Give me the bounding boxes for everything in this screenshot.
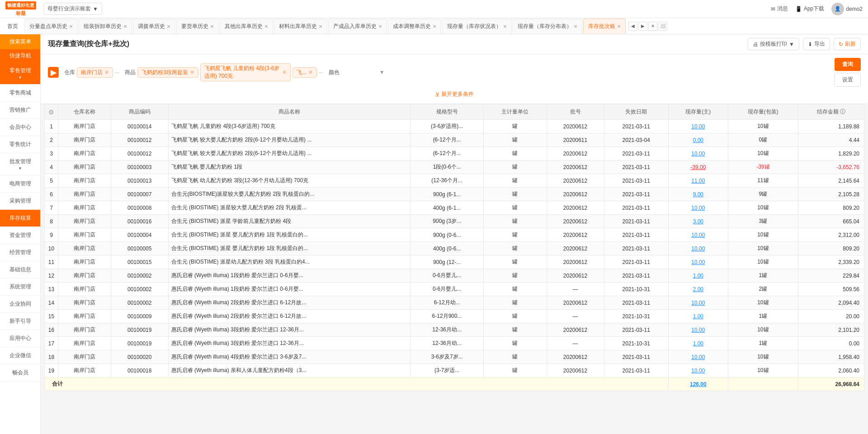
cell-qty-main[interactable]: 1.00 (668, 310, 728, 323)
tab-close-icon[interactable]: ✕ (433, 24, 436, 29)
goods-tag-2-remove[interactable]: ✕ (282, 69, 287, 75)
tab-close-icon[interactable]: ✕ (617, 24, 621, 29)
cell-qty-main[interactable]: 10.00 (668, 242, 728, 255)
sidebar-item-retail-stats[interactable]: 零售统计 (0, 136, 40, 153)
sidebar-item-system[interactable]: 系统管理 (0, 278, 40, 296)
tab-close-icon[interactable]: ✕ (378, 24, 382, 29)
filter-dots[interactable]: ··· (115, 69, 119, 75)
tab-chengpin[interactable]: 产成品入库单历史 ✕ (328, 19, 387, 34)
cell-no: 9 (45, 228, 58, 242)
tab-chenben[interactable]: 成本调整单历史 ✕ (388, 19, 441, 34)
cell-qty-main[interactable]: 10.00 (668, 364, 728, 377)
tab-xiancun1[interactable]: 现存量（库存状况表） ✕ (442, 19, 512, 34)
sidebar-item-purchase[interactable]: 采购管理 (0, 193, 40, 210)
app-download-button[interactable]: 📱 App下载 (795, 5, 824, 13)
expand-more-button[interactable]: ⊻ 展开更多条件 (48, 89, 861, 100)
cell-qty-main[interactable]: 9.00 (668, 188, 728, 201)
logo-subtitle: 标题 (16, 10, 26, 17)
sidebar-item-operations[interactable]: 经营管理 (0, 244, 40, 261)
cell-name: 惠氏启睿 (Wyeth illuma) 1段奶粉 爱尔兰进口 0-6月婴... (168, 269, 410, 283)
cell-qty-main[interactable]: 10.00 (668, 147, 728, 160)
sidebar-item-guide[interactable]: 新手引导 (0, 313, 40, 330)
tab-close-icon[interactable]: ✕ (319, 24, 322, 29)
cell-qty-main[interactable]: 10.00 (668, 228, 728, 242)
sidebar-item-members[interactable]: 会员中心 (0, 119, 40, 136)
warehouse-tag-remove[interactable]: ✕ (104, 69, 109, 75)
export-button[interactable]: ⬇ 导出 (803, 38, 830, 50)
goods-filter-dots[interactable]: ··· (319, 69, 323, 75)
sidebar-item-apps[interactable]: 应用中心 (0, 330, 40, 347)
cell-qty-main[interactable]: 10.00 (668, 296, 728, 310)
settings-icon[interactable]: ⚙ (48, 108, 54, 116)
tab-close-icon[interactable]: ✕ (69, 24, 73, 29)
cell-qty-main[interactable]: 11.00 (668, 174, 728, 188)
tab-close-all-button[interactable]: ✕ (648, 22, 657, 31)
cell-unit: 罐 (483, 296, 547, 310)
cell-spec: 400g (6-1... (410, 201, 483, 215)
cell-qty-main[interactable]: 1.00 (668, 269, 728, 283)
sidebar-item-wechat[interactable]: 企业微信 (0, 347, 40, 364)
cell-warehouse: 南岸门店 (58, 188, 111, 201)
tab-kupicizhi[interactable]: 库存批次账 ✕ (583, 19, 626, 34)
sidebar-item-retail-mall[interactable]: 零售商城 (0, 85, 40, 102)
cell-amount: 2,312.00 (798, 228, 864, 242)
goods-tag-1[interactable]: 飞鹤奶粉3段两提装 ✕ (137, 67, 198, 78)
account-dropdown[interactable]: 母婴行业演示账套 ▼ (43, 3, 102, 15)
message-button[interactable]: ✉ 消息 (771, 5, 788, 13)
refresh-button[interactable]: ↻ 刷新 (834, 38, 861, 50)
cell-qty-main[interactable]: 3.00 (668, 215, 728, 228)
sidebar-item-wholesale[interactable]: 批发管理 ▼ (0, 153, 40, 175)
cell-qty-main[interactable]: 10.00 (668, 350, 728, 364)
download-icon: 📱 (795, 6, 802, 12)
cell-qty-pkg: 10罐 (728, 350, 798, 364)
tab-maximize-button[interactable]: ⬜ (658, 22, 667, 31)
col-settings[interactable]: ⚙ (45, 104, 58, 120)
tab-prev-button[interactable]: ◀ (628, 22, 637, 31)
user-menu[interactable]: 👤 demo2 (831, 3, 863, 15)
tab-cailiao[interactable]: 材料出库单历史 ✕ (274, 19, 327, 34)
sidebar-item-finance[interactable]: 资金管理 (0, 227, 40, 244)
print-button[interactable]: 🖨 按模板打印 ▼ (748, 38, 799, 50)
tab-close-icon[interactable]: ✕ (210, 24, 214, 29)
sidebar-item-enterprise[interactable]: 企业协同 (0, 296, 40, 313)
tab-qitachu[interactable]: 其他出库单历史 ✕ (220, 19, 273, 34)
tab-yaohuo[interactable]: 要货单历史 ✕ (176, 19, 219, 34)
sidebar-item-inventory[interactable]: 库存核算 (0, 210, 40, 227)
tab-close-icon[interactable]: ✕ (503, 24, 507, 29)
sidebar-item-ecommerce[interactable]: 电商管理 (0, 175, 40, 193)
goods-tag-1-remove[interactable]: ✕ (190, 69, 194, 75)
tab-fenliang[interactable]: 分量盘点单历史 ✕ (24, 19, 78, 34)
goods-tag-2[interactable]: 飞鹤星飞帆 儿童奶粉 4段(3-6岁适用) 700克 ✕ (200, 63, 291, 81)
tab-close-icon[interactable]: ✕ (167, 24, 170, 29)
filter-expand-button[interactable]: ▶ (48, 67, 59, 78)
chevron-down-icon: ▼ (19, 75, 22, 80)
cell-qty-main[interactable]: 10.00 (668, 255, 728, 269)
settings-button[interactable]: 设置 (835, 73, 861, 87)
tab-close-icon[interactable]: ✕ (264, 24, 268, 29)
cell-qty-main[interactable]: 2.00 (668, 283, 728, 296)
sidebar-item-basics[interactable]: 基础信息 (0, 261, 40, 278)
tab-close-icon[interactable]: ✕ (123, 24, 127, 29)
sidebar-nav[interactable]: 快捷导航 (0, 49, 40, 62)
goods-tag-3-remove[interactable]: ✕ (308, 69, 313, 75)
sidebar-item-marketing[interactable]: 营销推广 (0, 102, 40, 119)
warehouse-tag[interactable]: 南岸门店 ✕ (77, 67, 113, 78)
cell-qty-main[interactable]: 10.00 (668, 201, 728, 215)
tab-xiancun2[interactable]: 现存量（库存分布表） ✕ (513, 19, 582, 34)
cell-qty-main[interactable]: 10.00 (668, 120, 728, 133)
cell-qty-main[interactable]: 0.00 (668, 133, 728, 147)
tab-diaobo[interactable]: 调拨单历史 ✕ (133, 19, 175, 34)
sidebar-search[interactable]: 搜索英单 (0, 34, 40, 49)
cell-qty-main[interactable]: -39.00 (668, 160, 728, 174)
sidebar-item-vip[interactable]: 畅会员 (0, 364, 40, 382)
cell-spec: (3-6岁适用)... (410, 120, 483, 133)
cell-qty-main[interactable]: 10.00 (668, 323, 728, 337)
tab-zuchaizhuan[interactable]: 组装拆卸单历史 ✕ (79, 19, 132, 34)
tab-home[interactable]: 首页 (2, 18, 24, 34)
cell-qty-main[interactable]: 1.00 (668, 337, 728, 350)
tab-close-icon[interactable]: ✕ (574, 24, 577, 29)
sidebar-item-retail-mgmt[interactable]: 零售管理 ▼ (0, 62, 40, 85)
tab-next-button[interactable]: ▶ (638, 22, 647, 31)
goods-tag-3[interactable]: 飞... ✕ (292, 67, 317, 78)
query-button[interactable]: 查询 (835, 58, 861, 71)
